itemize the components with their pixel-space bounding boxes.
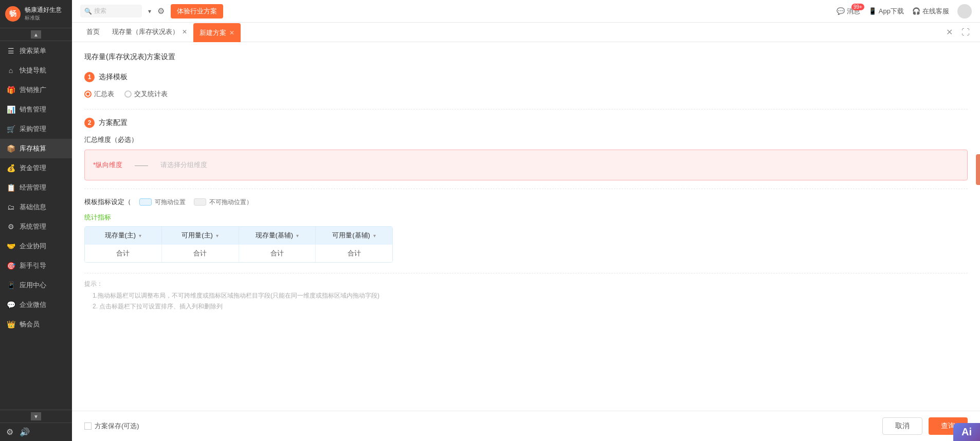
col-label-1: 可用量(主) (182, 231, 213, 240)
section-divider-1 (84, 109, 968, 109)
tab-inventory-close[interactable]: ✕ (182, 28, 187, 35)
tab-new-scheme[interactable]: 新建方案 ✕ (193, 23, 241, 43)
cancel-button[interactable]: 取消 (882, 417, 922, 435)
tabs-bar: 首页 现存量（库存状况表） ✕ 新建方案 ✕ ✕ ⛶ (72, 23, 980, 42)
sidebar-item-management[interactable]: 📋 经营管理 (0, 178, 72, 197)
folder-icon: 🗂 (6, 203, 15, 212)
message-button[interactable]: 💬 消息 99+ (837, 7, 860, 16)
tab-inventory-status[interactable]: 现存量（库存状况表） ✕ (106, 23, 193, 42)
col-chevron-3[interactable]: ▾ (373, 233, 376, 238)
mobile-icon: 📱 (6, 281, 15, 290)
sidebar-item-label: 销售管理 (20, 105, 46, 114)
radio-cross-table[interactable]: 交叉统计表 (124, 89, 168, 99)
sidebar-item-inventory[interactable]: 📦 库存核算 (0, 139, 72, 158)
sidebar-item-marketing[interactable]: 🎁 营销推广 (0, 80, 72, 100)
app-download-button[interactable]: 📱 App下载 (868, 7, 904, 16)
sidebar-item-base-info[interactable]: 🗂 基础信息 (0, 197, 72, 217)
stats-cell-0-0: 合计 (85, 245, 162, 262)
sidebar-item-purchase[interactable]: 🛒 采购管理 (0, 119, 72, 139)
panel-expand-button[interactable]: ⛶ (959, 26, 972, 39)
stats-col-header-1[interactable]: 可用量(主) ▾ (162, 227, 239, 244)
stats-table: 现存量(主) ▾ 可用量(主) ▾ 现存量(基辅) ▾ (84, 226, 393, 263)
topbar-right: 💬 消息 99+ 📱 App下载 🎧 在线客服 (837, 4, 972, 19)
col-chevron-0[interactable]: ▾ (139, 233, 141, 238)
stats-col-header-2[interactable]: 现存量(基辅) ▾ (239, 227, 316, 244)
stats-col-header-0[interactable]: 现存量(主) ▾ (85, 227, 162, 244)
radio-summary-table[interactable]: 汇总表 (84, 89, 114, 99)
topbar-dropdown[interactable]: ▾ (148, 8, 151, 15)
sidebar-item-app-center[interactable]: 📱 应用中心 (0, 275, 72, 295)
sidebar-item-sales[interactable]: 📊 销售管理 (0, 100, 72, 119)
radio-summary-circle (84, 90, 92, 98)
sidebar-item-label: 搜索菜单 (20, 46, 46, 56)
topbar: 🔍 搜索 ▾ ⚙ 体验行业方案 💬 消息 99+ 📱 App下载 🎧 在线客服 (72, 0, 980, 23)
money-icon: 💰 (6, 163, 15, 173)
panel-close-button[interactable]: ✕ (943, 26, 955, 39)
content-inner: 现存量(库存状况表)方案设置 1 选择模板 汇总表 交叉统计表 (72, 42, 980, 411)
gift-icon: 🎁 (6, 85, 15, 95)
sidebar-item-label: 基础信息 (20, 203, 46, 212)
sidebar-item-label: 快捷导航 (20, 66, 46, 75)
sidebar-item-guide[interactable]: 🎯 新手引导 (0, 256, 72, 275)
search-placeholder: 搜索 (94, 7, 106, 15)
service-icon: 🎧 (912, 7, 920, 15)
sidebar-item-label: 应用中心 (20, 281, 46, 290)
sidebar-item-wechat[interactable]: 💬 企业微信 (0, 295, 72, 315)
template-radio-group: 汇总表 交叉统计表 (84, 89, 968, 99)
sidebar-item-quick-nav[interactable]: ⌂ 快捷导航 (0, 61, 72, 80)
section2-title: 方案配置 (99, 118, 128, 127)
dimension-dash: —— (135, 161, 148, 169)
sidebar-item-member[interactable]: 👑 畅会员 (0, 315, 72, 334)
save-scheme-checkbox-row: 方案保存(可选) (84, 421, 139, 431)
tips-section: 提示： 1.拖动标题栏可以调整布局，不可跨维度或指标区域拖动栏目字段(只能在同一… (84, 273, 968, 311)
ai-badge[interactable]: Ai (953, 423, 980, 441)
stats-col-header-3[interactable]: 可用量(基辅) ▾ (316, 227, 392, 244)
audio-icon[interactable]: 🔊 (20, 427, 30, 437)
legend-non-draggable-label: 不可拖动位置） (209, 198, 252, 207)
settings-icon[interactable]: ⚙ (6, 427, 13, 437)
col-chevron-1[interactable]: ▾ (216, 233, 219, 238)
page-title: 现存量(库存状况表)方案设置 (84, 52, 968, 62)
legend-draggable: 可拖动位置 (139, 198, 186, 207)
message-icon: 💬 (837, 7, 845, 15)
sidebar-scroll-up[interactable]: ▲ (31, 30, 41, 39)
indicators-label-text: 模板指标设定（ (84, 197, 131, 207)
save-scheme-checkbox[interactable] (84, 422, 92, 430)
tip-item-1: 2. 点击标题栏下拉可设置排序、插入列和删除列 (84, 302, 968, 311)
section-scheme-config: 2 方案配置 汇总维度（必选） *纵向维度 —— 请选择分组维度 模板指标设定（ (84, 118, 968, 311)
trial-button[interactable]: 体验行业方案 (171, 4, 223, 19)
radio-summary-label: 汇总表 (94, 89, 114, 99)
sidebar-item-label: 企业微信 (20, 300, 46, 309)
sidebar-item-system[interactable]: ⚙ 系统管理 (0, 217, 72, 236)
save-scheme-label: 方案保存(可选) (95, 421, 139, 431)
legend-non-draggable: 不可拖动位置） (194, 198, 252, 207)
legend-draggable-box (139, 198, 152, 206)
sidebar-item-search-menu[interactable]: ☰ 搜索菜单 (0, 41, 72, 61)
topbar-search[interactable]: 🔍 搜索 (80, 5, 142, 17)
user-avatar[interactable] (957, 4, 972, 19)
stats-title: 统计指标 (84, 213, 968, 222)
col-label-0: 现存量(主) (105, 231, 136, 240)
stats-cell-0-2: 合计 (239, 245, 316, 262)
service-button[interactable]: 🎧 在线客服 (912, 7, 949, 16)
col-chevron-2[interactable]: ▾ (296, 233, 299, 238)
topbar-gear-icon[interactable]: ⚙ (157, 6, 165, 16)
stats-section: 统计指标 现存量(主) ▾ 可用量(主) ▾ (84, 213, 968, 263)
tab-home[interactable]: 首页 (80, 23, 106, 42)
legend-non-draggable-box (194, 198, 206, 206)
sidebar-item-finance[interactable]: 💰 资金管理 (0, 158, 72, 178)
tab-new-scheme-close[interactable]: ✕ (229, 29, 234, 36)
dimension-box: *纵向维度 —— 请选择分组维度 (84, 150, 968, 180)
content-area: 现存量(库存状况表)方案设置 1 选择模板 汇总表 交叉统计表 (72, 42, 980, 411)
stats-table-header-row: 现存量(主) ▾ 可用量(主) ▾ 现存量(基辅) ▾ (85, 227, 392, 244)
logo-text: 畅康通好生意 (25, 6, 62, 14)
logo-tag: 标准版 (25, 14, 62, 22)
section1-title: 选择模板 (99, 72, 128, 82)
crown-icon: 👑 (6, 320, 15, 329)
section2-num: 2 (84, 118, 95, 128)
dimension-placeholder[interactable]: 请选择分组维度 (160, 160, 207, 170)
section1-header: 1 选择模板 (84, 72, 968, 82)
sidebar-nav: ☰ 搜索菜单 ⌂ 快捷导航 🎁 营销推广 📊 销售管理 🛒 采购管理 📦 库存核… (0, 41, 72, 410)
sidebar-scroll-down[interactable]: ▼ (31, 412, 41, 420)
sidebar-item-collab[interactable]: 🤝 企业协同 (0, 236, 72, 256)
